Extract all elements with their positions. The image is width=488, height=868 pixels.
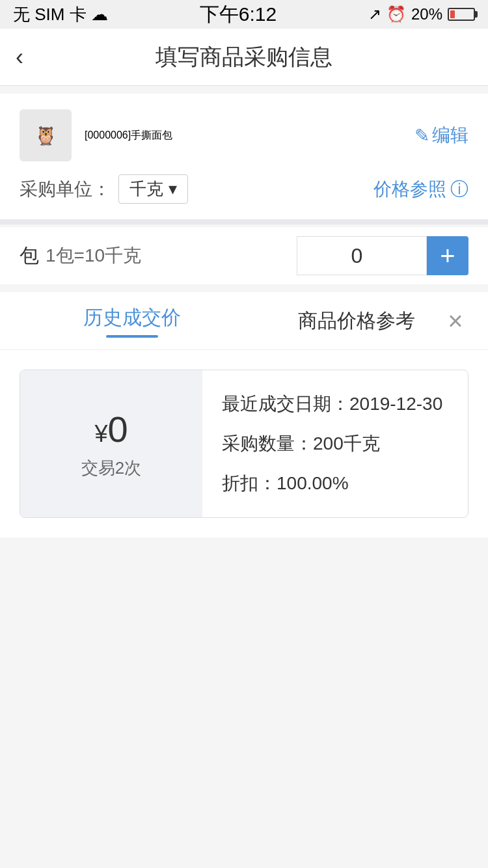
product-bottom-row: 采购单位： 千克 ▾ 价格参照 ⓘ bbox=[20, 174, 468, 204]
quantity-controls: + bbox=[297, 236, 468, 275]
tab-active-underline bbox=[106, 335, 158, 338]
location-icon: ↗ bbox=[368, 5, 381, 23]
product-thumb-icon: 🦉 bbox=[34, 125, 57, 146]
quantity-row: 包 1包=10千克 + bbox=[0, 227, 488, 284]
dropdown-icon: ▾ bbox=[169, 179, 177, 199]
signal-text: 无 SIM 卡 ☁ bbox=[13, 3, 108, 26]
divider bbox=[0, 219, 488, 224]
edit-label: 编辑 bbox=[432, 123, 468, 148]
package-conversion: 1包=10千克 bbox=[46, 243, 141, 268]
history-trades-count: 交易2次 bbox=[81, 457, 141, 480]
battery-icon bbox=[448, 8, 475, 21]
quantity-label-area: 包 1包=10千克 bbox=[20, 243, 141, 269]
product-title: 手撕面包 bbox=[131, 129, 172, 141]
tabs-header: 历史成交价 商品价格参考 × bbox=[0, 292, 488, 350]
edit-icon: ✎ bbox=[414, 125, 429, 146]
history-price-area: ¥0 交易2次 bbox=[20, 370, 202, 517]
product-thumbnail: 🦉 bbox=[20, 109, 72, 161]
history-price-value: ¥0 bbox=[94, 408, 128, 450]
edit-button[interactable]: ✎ 编辑 bbox=[414, 123, 468, 148]
status-left: 无 SIM 卡 ☁ bbox=[13, 3, 108, 26]
battery-percent: 20% bbox=[411, 5, 442, 23]
product-id: [0000006] bbox=[85, 129, 131, 141]
price-number: 0 bbox=[107, 409, 128, 450]
qty-label: 采购数量： bbox=[222, 433, 313, 454]
product-name: [0000006]手撕面包 bbox=[85, 129, 172, 142]
header: ‹ 填写商品采购信息 bbox=[0, 29, 488, 86]
price-ref-label: 价格参照 bbox=[373, 177, 446, 202]
history-qty-row: 采购数量：200千克 bbox=[222, 429, 448, 459]
status-time: 下午6:12 bbox=[200, 1, 277, 28]
product-top-row: 🦉 [0000006]手撕面包 ✎ 编辑 bbox=[20, 109, 468, 161]
date-value: 2019-12-30 bbox=[349, 394, 442, 414]
discount-value: 100.00% bbox=[277, 473, 349, 493]
alarm-icon: ⏰ bbox=[386, 5, 406, 23]
history-date-row: 最近成交日期：2019-12-30 bbox=[222, 390, 448, 419]
date-label: 最近成交日期： bbox=[222, 394, 349, 414]
quantity-input[interactable] bbox=[297, 236, 427, 275]
history-card: ¥0 交易2次 最近成交日期：2019-12-30 采购数量：200千克 折扣：… bbox=[20, 370, 468, 518]
info-icon: ⓘ bbox=[450, 177, 468, 202]
product-info: 🦉 [0000006]手撕面包 bbox=[20, 109, 172, 161]
quantity-plus-button[interactable]: + bbox=[427, 236, 468, 275]
unit-select[interactable]: 千克 ▾ bbox=[118, 174, 188, 204]
tabs-panel: 历史成交价 商品价格参考 × ¥0 交易2次 最近成交日期：2019-12-30… bbox=[0, 292, 488, 537]
page-title: 填写商品采购信息 bbox=[156, 42, 332, 72]
page-background bbox=[0, 537, 488, 868]
history-content: ¥0 交易2次 最近成交日期：2019-12-30 采购数量：200千克 折扣：… bbox=[0, 350, 488, 537]
back-button[interactable]: ‹ bbox=[16, 44, 23, 71]
unit-value: 千克 bbox=[129, 178, 163, 200]
history-detail-area: 最近成交日期：2019-12-30 采购数量：200千克 折扣：100.00% bbox=[202, 370, 468, 517]
qty-value: 200千克 bbox=[313, 433, 380, 454]
tab-history-label: 历史成交价 bbox=[83, 305, 181, 331]
battery-fill bbox=[450, 10, 455, 18]
status-bar: 无 SIM 卡 ☁ 下午6:12 ↗ ⏰ 20% bbox=[0, 0, 488, 29]
tab-close-button[interactable]: × bbox=[436, 301, 475, 340]
unit-label: 采购单位： bbox=[20, 177, 111, 202]
status-right: ↗ ⏰ 20% bbox=[368, 5, 475, 23]
currency-symbol: ¥ bbox=[94, 420, 107, 447]
product-card: 🦉 [0000006]手撕面包 ✎ 编辑 采购单位： 千克 ▾ 价格参照 ⓘ bbox=[0, 94, 488, 219]
history-discount-row: 折扣：100.00% bbox=[222, 469, 448, 498]
tab-history-price[interactable]: 历史成交价 bbox=[20, 292, 244, 349]
package-label: 包 bbox=[20, 243, 39, 269]
unit-row: 采购单位： 千克 ▾ bbox=[20, 174, 188, 204]
tab-price-reference[interactable]: 商品价格参考 bbox=[244, 292, 468, 349]
price-reference-button[interactable]: 价格参照 ⓘ bbox=[373, 177, 468, 202]
tab-price-ref-label: 商品价格参考 bbox=[298, 308, 415, 334]
discount-label: 折扣： bbox=[222, 473, 277, 493]
